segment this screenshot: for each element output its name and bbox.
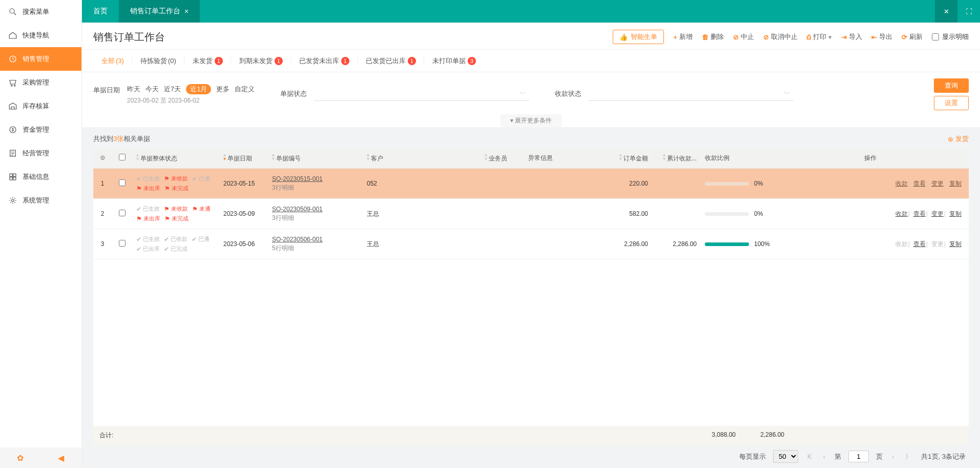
- date-opt-3[interactable]: 近1月: [186, 84, 211, 94]
- fullscreen-button[interactable]: ⛶: [957, 0, 980, 23]
- refresh-button[interactable]: ⟳刷新: [902, 32, 923, 42]
- svg-point-0: [10, 9, 14, 13]
- last-page-button[interactable]: 》: [903, 452, 914, 461]
- status-tag: ✔已完成: [164, 245, 187, 253]
- cancel-stop-button[interactable]: ⊘取消中止: [763, 32, 798, 42]
- search-button[interactable]: 查询: [934, 78, 969, 93]
- tab-home[interactable]: 首页: [82, 0, 119, 23]
- sidebar-item-system[interactable]: 系统管理: [0, 189, 81, 212]
- row-action-收款[interactable]: 收款: [895, 180, 908, 187]
- show-detail-checkbox[interactable]: 显示明细: [932, 32, 969, 42]
- sidebar-collapse-button[interactable]: ◀: [41, 453, 82, 463]
- date-opt-4[interactable]: 更多: [216, 85, 230, 94]
- add-button[interactable]: +新增: [673, 32, 693, 42]
- status-tag: ✔已收款: [164, 235, 187, 243]
- close-all-tabs-button[interactable]: ✕: [935, 0, 957, 23]
- delete-button[interactable]: 🗑删除: [702, 32, 724, 42]
- close-icon[interactable]: ×: [184, 7, 189, 15]
- gear-column[interactable]: ⚙: [93, 148, 112, 169]
- sub-tab-6[interactable]: 未打印单据3: [424, 50, 484, 72]
- trash-icon: 🗑: [702, 33, 708, 41]
- page-input[interactable]: [848, 451, 869, 462]
- sub-tab-0[interactable]: 全部(3): [93, 50, 132, 72]
- total-amount: 3,088.00: [689, 431, 740, 440]
- row-action-收款[interactable]: 收款: [895, 210, 908, 217]
- table-row[interactable]: 1✔已生效⚑未收款✔已通⚑未出库⚑未完成2023-05-15SO-2023051…: [93, 169, 969, 199]
- sub-tab-2[interactable]: 未发货1: [184, 50, 231, 72]
- row-action-变更[interactable]: 变更: [931, 210, 944, 217]
- sidebar-item-label: 销售管理: [23, 54, 49, 64]
- sub-tab-3[interactable]: 到期未发货1: [231, 50, 291, 72]
- sub-tab-4[interactable]: 已发货未出库1: [291, 50, 358, 72]
- row-action-收款[interactable]: 收款: [895, 240, 908, 248]
- result-meta: 共找到 3张 相关单据 ⊕发货: [82, 127, 980, 148]
- table-row[interactable]: 3✔已生效✔已收款✔已通✔已出库✔已完成2023-05-06SO-2023050…: [93, 229, 969, 259]
- stop-button[interactable]: ⊘中止: [733, 32, 754, 42]
- select-all-checkbox[interactable]: [112, 148, 132, 169]
- date-opt-2[interactable]: 近7天: [164, 85, 181, 94]
- sidebar-search[interactable]: 搜索菜单: [0, 0, 81, 24]
- settings-button[interactable]: 设置: [934, 96, 969, 110]
- col-ops: 操作: [775, 148, 969, 169]
- table-row[interactable]: 2✔已生效⚑未收款⚑未通⚑未出库⚑未完成2023-05-09SO-2023050…: [93, 199, 969, 229]
- sub-tab-5[interactable]: 已发货已出库1: [358, 50, 424, 72]
- tab-sales-order-workbench[interactable]: 销售订单工作台 ×: [119, 0, 200, 23]
- row-action-复制[interactable]: 复制: [949, 210, 962, 217]
- docno-link[interactable]: SO-20230509-001: [272, 206, 359, 213]
- import-button[interactable]: ⇥导入: [841, 32, 862, 42]
- receive-status-select[interactable]: ﹀: [589, 88, 794, 101]
- col-customer[interactable]: ▴▾客户: [363, 148, 481, 169]
- date-opt-1[interactable]: 今天: [145, 85, 159, 94]
- col-ratio[interactable]: 收款比例: [701, 148, 775, 169]
- sidebar-item-operation[interactable]: 经营管理: [0, 141, 81, 165]
- sidebar-item-finance[interactable]: 资金管理: [0, 118, 81, 141]
- first-page-button[interactable]: K: [805, 453, 814, 460]
- prev-page-button[interactable]: ‹: [821, 453, 827, 460]
- col-status[interactable]: ▴▾单据整体状态: [132, 148, 219, 169]
- svg-point-3: [11, 85, 12, 86]
- row-checkbox[interactable]: [119, 179, 126, 186]
- docno-link[interactable]: SO-20230506-001: [272, 236, 359, 243]
- sidebar-item-basic[interactable]: 基础信息: [0, 165, 81, 189]
- sidebar-item-quicknav[interactable]: 快捷导航: [0, 24, 81, 47]
- date-opt-5[interactable]: 自定义: [235, 85, 255, 94]
- row-action-查看[interactable]: 查看: [913, 180, 926, 187]
- next-page-button[interactable]: ›: [890, 453, 896, 460]
- col-sales[interactable]: ▴▾业务员: [481, 148, 524, 169]
- svg-rect-9: [10, 177, 12, 180]
- table: ⚙ ▴▾单据整体状态 ▴▾单据日期 ▴▾单据编号 ▴▾客户 ▴▾业务员 异常信息…: [93, 148, 969, 426]
- smart-generate-button[interactable]: 👍智能生单: [613, 30, 664, 44]
- sidebar-settings-button[interactable]: ✿: [0, 453, 41, 463]
- badge: 1: [215, 57, 223, 65]
- col-abnormal[interactable]: 异常信息: [524, 148, 601, 169]
- date-opt-0[interactable]: 昨天: [127, 85, 140, 94]
- export-button[interactable]: ⇤导出: [871, 32, 892, 42]
- pagination: 每页显示 50 K ‹ 第 页 › 》 共1页, 3条记录: [82, 445, 980, 468]
- page-size-select[interactable]: 50: [773, 450, 798, 463]
- row-action-变更[interactable]: 变更: [931, 240, 944, 248]
- print-button[interactable]: ⎙打印 ▾: [807, 32, 832, 42]
- row-checkbox[interactable]: [119, 210, 126, 216]
- row-action-复制[interactable]: 复制: [949, 180, 962, 187]
- col-date[interactable]: ▴▾单据日期: [219, 148, 268, 169]
- sidebar-item-sales[interactable]: 销售管理: [0, 47, 81, 71]
- money-icon: [8, 125, 17, 134]
- search-icon: [8, 7, 17, 16]
- row-action-查看[interactable]: 查看: [913, 210, 926, 217]
- docno-link[interactable]: SO-20230515-001: [272, 175, 359, 182]
- row-checkbox[interactable]: [119, 240, 126, 247]
- sidebar: 搜索菜单 快捷导航 销售管理 采购管理 库存核算 资金管理: [0, 0, 82, 468]
- sub-tab-1[interactable]: 待拣验货(0): [132, 50, 184, 72]
- col-received[interactable]: ▴▾累计收款...: [652, 148, 701, 169]
- ship-button[interactable]: ⊕发货: [948, 134, 969, 144]
- col-docno[interactable]: ▴▾单据编号: [268, 148, 363, 169]
- row-action-变更[interactable]: 变更: [931, 180, 944, 187]
- row-action-复制[interactable]: 复制: [949, 240, 962, 248]
- row-action-查看[interactable]: 查看: [913, 240, 926, 248]
- sidebar-item-purchase[interactable]: 采购管理: [0, 71, 81, 94]
- expand-filters-button[interactable]: ▾ 展开更多条件: [501, 114, 562, 127]
- col-amount[interactable]: ▴▾订单金额: [601, 148, 652, 169]
- svg-rect-10: [13, 177, 16, 180]
- doc-status-select[interactable]: ﹀: [314, 88, 529, 101]
- sidebar-item-inventory[interactable]: 库存核算: [0, 94, 81, 118]
